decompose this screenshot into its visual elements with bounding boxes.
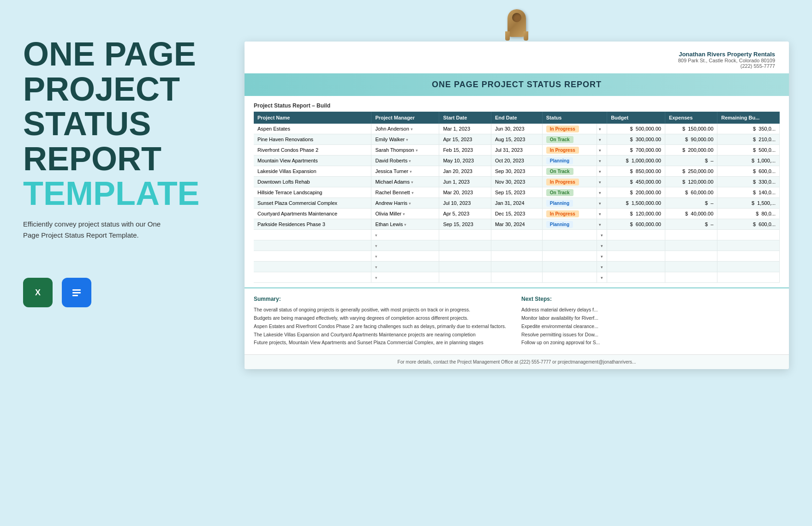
table-row: Parkside Residences Phase 3 Ethan Lewis … [254,219,780,230]
cell-expenses: $ 120,000.00 [665,177,717,187]
cell-start-date: Mar 1, 2023 [439,124,491,134]
teal-header: ONE PAGE PROJECT STATUS REPORT [245,73,789,96]
empty-cell [717,272,780,283]
title-line-2: PROJECT [23,71,180,108]
company-name: Jonathan Rivers Property Rentals [258,51,775,58]
empty-cell [665,230,717,240]
next-step-line: Monitor labor availability for Riverf... [521,314,780,323]
company-phone: (222) 555-7777 [258,63,775,69]
cell-status-arrow[interactable]: ▾ [597,155,607,166]
cell-manager: Sarah Thompson ▾ [371,145,439,155]
cell-start-date: Mar 20, 2023 [439,187,491,198]
cell-manager: Olivia Miller ▾ [371,209,439,219]
cell-remaining: $ 80,0... [717,209,780,219]
empty-cell [439,272,491,283]
next-step-line: Expedite environmental clearance... [521,323,780,331]
cell-budget: $ 1,500,000.00 [607,198,665,209]
empty-cell[interactable]: ▾ [597,251,607,262]
cell-budget: $ 700,000.00 [607,145,665,155]
cell-expenses: $ 90,000.00 [665,134,717,145]
cell-budget: $ 300,000.00 [607,134,665,145]
cell-end-date: Dec 15, 2023 [491,209,542,219]
title-line-3: STATUS [23,105,151,142]
excel-icon[interactable]: X [23,278,53,307]
table-section: Project Status Report – Build Project Na… [245,96,789,287]
cell-project-name: Riverfront Condos Phase 2 [254,145,371,155]
summary-section: Summary: The overall status of ongoing p… [245,287,789,354]
cell-status-arrow[interactable]: ▾ [597,219,607,230]
cell-start-date: Jul 10, 2023 [439,198,491,209]
cell-status-arrow[interactable]: ▾ [597,187,607,198]
cell-manager: John Anderson ▾ [371,124,439,134]
cell-status-arrow[interactable]: ▾ [597,198,607,209]
empty-cell[interactable]: ▾ [597,272,607,283]
cell-status-arrow[interactable]: ▾ [597,166,607,177]
cell-project-name: Downtown Lofts Rehab [254,177,371,187]
empty-cell [491,262,542,272]
cell-manager: Andrew Harris ▾ [371,198,439,209]
cell-status-arrow[interactable]: ▾ [597,177,607,187]
col-start: Start Date [439,112,491,124]
footer-text: For more details, contact the Project Ma… [398,359,636,365]
next-step-line: Resolve permitting issues for Dow... [521,331,780,339]
status-badge: In Progress [546,126,579,132]
cell-budget: $ 500,000.00 [607,124,665,134]
table-row: Riverfront Condos Phase 2 Sarah Thompson… [254,145,780,155]
cell-status: In Progress [542,177,597,187]
cell-status-arrow[interactable]: ▾ [597,145,607,155]
cell-status-arrow[interactable]: ▾ [597,124,607,134]
cell-status: In Progress [542,124,597,134]
summary-left: Summary: The overall status of ongoing p… [254,296,512,347]
cell-status-arrow[interactable]: ▾ [597,209,607,219]
doc-footer: For more details, contact the Project Ma… [245,354,789,369]
empty-cell: ▾ [371,230,439,240]
cell-remaining: $ 1,500,... [717,198,780,209]
status-badge: On Track [546,189,573,196]
title-line-4: REPORT [23,140,161,177]
cell-end-date: Mar 30, 2024 [491,219,542,230]
cell-remaining: $ 600,0... [717,219,780,230]
cell-expenses: $ 250,000.00 [665,166,717,177]
col-expenses: Expenses [665,112,717,124]
document: Jonathan Rivers Property Rentals 809 Par… [245,42,789,369]
cell-start-date: May 10, 2023 [439,155,491,166]
cell-expenses: $ 150,000.00 [665,124,717,134]
empty-cell[interactable]: ▾ [597,230,607,240]
cell-status-arrow[interactable]: ▾ [597,134,607,145]
cell-project-name: Courtyard Apartments Maintenance [254,209,371,219]
cell-end-date: Sep 15, 2023 [491,187,542,198]
cell-budget: $ 600,000.00 [607,219,665,230]
next-step-line: Address material delivery delays f... [521,306,780,314]
status-badge: Planning [546,221,573,228]
empty-cell [254,251,371,262]
cell-budget: $ 120,000.00 [607,209,665,219]
status-badge: On Track [546,136,573,143]
right-panel: Jonathan Rivers Property Rentals 809 Par… [221,0,812,526]
col-manager: Project Manager [371,112,439,124]
empty-cell [254,262,371,272]
sheets-icon[interactable] [62,278,91,307]
cell-project-name: Mountain View Apartments [254,155,371,166]
empty-cell [542,272,597,283]
cell-remaining: $ 210,0... [717,134,780,145]
empty-cell[interactable]: ▾ [597,262,607,272]
summary-title: Summary: [254,296,512,302]
cell-start-date: Jan 20, 2023 [439,166,491,177]
icon-row: X [23,278,198,307]
cell-budget: $ 450,000.00 [607,177,665,187]
cell-remaining: $ 140,0... [717,187,780,198]
cell-end-date: Jun 30, 2023 [491,124,542,134]
col-end: End Date [491,112,542,124]
table-row: Lakeside Villas Expansion Jessica Turner… [254,166,780,177]
cell-expenses: $ 60,000.00 [665,187,717,198]
cell-status: On Track [542,166,597,177]
cell-expenses: $ – [665,219,717,230]
project-table: Project Name Project Manager Start Date … [254,112,780,283]
cell-project-name: Sunset Plaza Commercial Complex [254,198,371,209]
empty-row: ▾ ▾ [254,262,780,272]
empty-cell[interactable]: ▾ [597,240,607,251]
empty-cell [717,251,780,262]
empty-cell: ▾ [371,251,439,262]
left-panel: ONE PAGE PROJECT STATUS REPORT TEMPLATE … [0,0,221,526]
cell-expenses: $ – [665,198,717,209]
